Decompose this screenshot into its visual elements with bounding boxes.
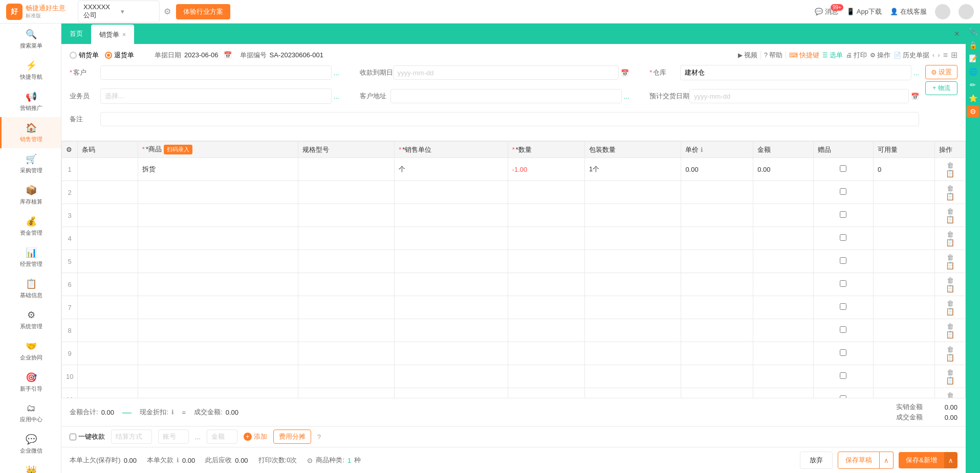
save-new-dropdown[interactable]: ∧	[944, 452, 957, 468]
cell-pkg-qty[interactable]	[585, 365, 681, 388]
due-date-input[interactable]: yyyy-mm-dd	[393, 65, 619, 80]
video-link[interactable]: ▶ 视频	[738, 51, 757, 60]
cell-price[interactable]	[681, 250, 753, 273]
date-calendar-icon[interactable]: 📅	[224, 51, 232, 59]
customer-dots[interactable]: ...	[334, 69, 339, 77]
cell-spec[interactable]	[298, 273, 394, 296]
expected-date-calendar-icon[interactable]: 📅	[911, 93, 919, 100]
salesman-dots[interactable]: ...	[334, 93, 339, 100]
warehouse-dots[interactable]: ...	[913, 69, 919, 77]
radio-return[interactable]: 退货单	[105, 51, 134, 60]
cell-pkg-qty[interactable]	[585, 342, 681, 365]
nav-prev-icon[interactable]: ‹	[932, 51, 934, 59]
cell-unit[interactable]	[395, 181, 508, 204]
sidebar-item-appstore[interactable]: 🗂 应用中心	[0, 398, 61, 429]
due-date-calendar-icon[interactable]: 📅	[621, 69, 629, 77]
delete-icon[interactable]: 🗑	[947, 253, 954, 261]
save-draft-btn[interactable]: 保存草稿	[838, 452, 880, 469]
cell-product[interactable]	[138, 204, 298, 227]
expense-split-btn[interactable]: 费用分摊	[273, 430, 311, 444]
copy-icon[interactable]: 📋	[946, 169, 954, 177]
cell-barcode[interactable]	[78, 158, 138, 181]
radio-sales[interactable]: 销货单	[70, 51, 99, 60]
cell-qty[interactable]	[508, 296, 584, 319]
rp-lock-icon[interactable]: 🔒	[967, 39, 979, 51]
cell-spec[interactable]	[298, 204, 394, 227]
gift-checkbox[interactable]	[840, 349, 846, 356]
cell-qty[interactable]	[508, 365, 584, 388]
cell-price[interactable]	[681, 181, 753, 204]
cell-amount[interactable]	[753, 181, 813, 204]
cell-barcode[interactable]	[78, 227, 138, 250]
logistics-btn[interactable]: + 物流	[925, 81, 957, 95]
cell-barcode[interactable]	[78, 273, 138, 296]
customer-addr-input[interactable]	[390, 89, 622, 103]
sidebar-item-wechat[interactable]: 💬 企业微信	[0, 429, 61, 460]
delete-icon[interactable]: 🗑	[947, 345, 954, 353]
delete-icon[interactable]: 🗑	[947, 391, 954, 398]
tab-close-icon[interactable]: ×	[122, 31, 126, 38]
copy-icon[interactable]: 📋	[946, 192, 954, 200]
rp-edit-icon[interactable]: ✏	[967, 79, 979, 91]
user-avatar[interactable]	[935, 4, 950, 19]
cell-product[interactable]	[138, 296, 298, 319]
cell-amount[interactable]	[753, 319, 813, 342]
cell-unit[interactable]	[395, 342, 508, 365]
cell-qty[interactable]	[508, 204, 584, 227]
product-type-value[interactable]: 1	[347, 457, 351, 464]
quick-pay-checkbox[interactable]: 一键收款	[70, 432, 105, 441]
sidebar-item-search[interactable]: 🔍 搜索菜单	[0, 24, 61, 55]
cell-price[interactable]	[681, 388, 753, 398]
window-close-icon[interactable]: ×	[948, 29, 966, 39]
cell-gift[interactable]	[813, 158, 873, 181]
customer-input[interactable]	[100, 65, 332, 80]
cell-product[interactable]: 拆货	[138, 158, 298, 181]
history-link[interactable]: 📄 历史单据	[894, 51, 929, 60]
cell-unit[interactable]: 个	[395, 158, 508, 181]
expected-date-input[interactable]: yyyy-mm-dd	[689, 89, 909, 103]
cell-spec[interactable]	[298, 296, 394, 319]
copy-icon[interactable]: 📋	[946, 330, 954, 339]
tab-sales-order[interactable]: 销货单 ×	[91, 25, 134, 45]
app-download-btn[interactable]: 📱 App下载	[846, 7, 882, 16]
gift-checkbox[interactable]	[840, 234, 846, 241]
cell-gift[interactable]	[813, 250, 873, 273]
cell-gift[interactable]	[813, 319, 873, 342]
cell-qty[interactable]	[508, 388, 584, 398]
delete-icon[interactable]: 🗑	[947, 322, 954, 330]
cell-product[interactable]	[138, 319, 298, 342]
cell-price[interactable]	[681, 227, 753, 250]
cell-pkg-qty[interactable]	[585, 319, 681, 342]
cell-unit[interactable]	[395, 227, 508, 250]
save-new-btn[interactable]: 保存&新增	[899, 452, 944, 468]
operation-link[interactable]: ⚙ 操作	[870, 51, 890, 60]
delete-icon[interactable]: 🗑	[947, 230, 954, 238]
cell-barcode[interactable]	[78, 296, 138, 319]
cell-unit[interactable]	[395, 365, 508, 388]
discount-info-icon[interactable]: ℹ	[171, 409, 174, 416]
cell-qty[interactable]	[508, 342, 584, 365]
cell-spec[interactable]	[298, 227, 394, 250]
gift-checkbox[interactable]	[840, 257, 846, 264]
cell-gift[interactable]	[813, 342, 873, 365]
cell-gift[interactable]	[813, 388, 873, 398]
user-avatar-2[interactable]	[959, 4, 974, 19]
online-service-btn[interactable]: 👤 在线客服	[890, 7, 927, 16]
add-payment-btn[interactable]: + 添加	[244, 432, 267, 441]
cell-unit[interactable]	[395, 296, 508, 319]
cell-amount[interactable]	[753, 388, 813, 398]
copy-icon[interactable]: 📋	[946, 261, 954, 269]
gift-checkbox[interactable]	[840, 303, 846, 310]
delete-icon[interactable]: 🗑	[947, 207, 954, 215]
cell-price[interactable]	[681, 319, 753, 342]
cell-gift[interactable]	[813, 296, 873, 319]
copy-icon[interactable]: 📋	[946, 353, 954, 362]
delete-icon[interactable]: 🗑	[947, 184, 954, 192]
cell-spec[interactable]	[298, 342, 394, 365]
company-selector[interactable]: XXXXXX公司 ▾	[78, 1, 160, 22]
cell-amount[interactable]	[753, 273, 813, 296]
cell-product[interactable]	[138, 342, 298, 365]
cell-amount[interactable]	[753, 250, 813, 273]
shortcut-link[interactable]: ⌨ 快捷键	[789, 51, 819, 60]
rp-note-icon[interactable]: 📝	[967, 52, 979, 64]
